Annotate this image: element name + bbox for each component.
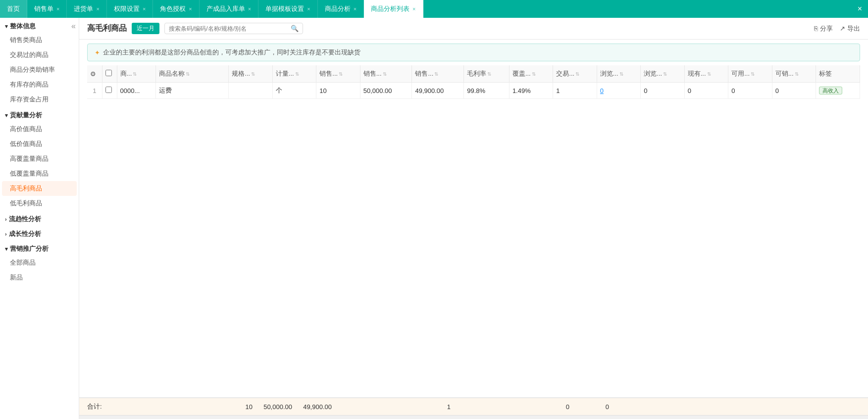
row-available: 0	[728, 83, 772, 99]
sidebar-item-category-assist[interactable]: 商品分类助销率	[0, 62, 79, 77]
row-current: 0	[684, 83, 728, 99]
close-all-button[interactable]: ×	[858, 4, 868, 13]
sort-gross-icon: ⇅	[487, 71, 491, 77]
close-product-analysis-list-icon[interactable]: ×	[412, 6, 415, 12]
time-filter-button[interactable]: 近一月	[132, 23, 159, 34]
sort-available-icon: ⇅	[751, 71, 755, 77]
th-saleable[interactable]: 可销...⇅	[772, 65, 816, 83]
table-container: ⚙ 商...⇅ 商品名称⇅ 规格...⇅ 计量...⇅ 销售...⇅ 销售...…	[79, 65, 868, 397]
sort-sales1-icon: ⇅	[339, 71, 343, 77]
close-role-auth-icon[interactable]: ×	[189, 6, 192, 12]
table-row: 1 0000... 运费 个 10 50,000.00 49,900.00 99…	[87, 83, 860, 99]
sort-sales2-icon: ⇅	[383, 71, 387, 77]
sort-code-icon: ⇅	[133, 71, 137, 77]
row-browse1: 0	[597, 83, 640, 99]
export-icon: ↗	[840, 25, 845, 32]
sidebar-item-low-margin[interactable]: 低毛利商品	[0, 196, 79, 211]
row-coverage: 1.49%	[509, 83, 553, 99]
th-tag: 标签	[816, 65, 860, 83]
th-gear[interactable]: ⚙	[87, 65, 102, 83]
share-icon: ⎘	[814, 25, 818, 32]
sidebar-item-high-margin[interactable]: 高毛利商品	[2, 181, 77, 196]
top-navigation: 首页 销售单 × 进货单 × 权限设置 × 角色授权 × 产成品入库单 × 单据…	[0, 0, 868, 18]
sidebar-item-high-coverage[interactable]: 高覆盖量商品	[0, 151, 79, 166]
th-trade[interactable]: 交易...⇅	[553, 65, 597, 83]
sidebar-item-low-value[interactable]: 低价值商品	[0, 137, 79, 151]
sidebar-item-all-goods[interactable]: 全部商品	[0, 255, 79, 270]
nav-home[interactable]: 首页	[0, 0, 27, 18]
sidebar-item-high-value[interactable]: 高价值商品	[0, 122, 79, 137]
close-permission-icon[interactable]: ×	[143, 6, 146, 12]
sidebar-item-traded-goods[interactable]: 交易过的商品	[0, 47, 79, 62]
sidebar-group-contribution[interactable]: ▾ 贡献量分析	[0, 107, 79, 122]
close-template-icon[interactable]: ×	[307, 6, 310, 12]
sort-name-icon: ⇅	[186, 71, 190, 77]
sidebar-group-trend[interactable]: › 流趋性分析	[0, 211, 79, 226]
th-sales3[interactable]: 销售...⇅	[412, 65, 464, 83]
data-table: ⚙ 商...⇅ 商品名称⇅ 规格...⇅ 计量...⇅ 销售...⇅ 销售...…	[87, 65, 860, 99]
row-name: 运费	[155, 83, 229, 99]
export-button[interactable]: ↗ 导出	[840, 24, 860, 33]
search-input[interactable]	[169, 25, 291, 32]
sort-saleable-icon: ⇅	[795, 71, 799, 77]
row-unit: 个	[272, 83, 316, 99]
content-area: 高毛利商品 近一月 🔍 ⎘ 分享 ↗ 导出 ✦ 企业的主要的利润都是这部分商品创…	[79, 18, 868, 419]
nav-sales-order[interactable]: 销售单 ×	[27, 0, 67, 18]
nav-product-inbound[interactable]: 产成品入库单 ×	[200, 0, 258, 18]
footer-col14: 0	[572, 403, 612, 411]
arrow-overall-icon: ▾	[5, 23, 8, 30]
row-spec	[229, 83, 272, 99]
row-checkbox[interactable]	[105, 87, 112, 93]
footer-col13: 0	[533, 403, 572, 411]
sidebar-collapse-button[interactable]: «	[71, 22, 76, 31]
th-available[interactable]: 可用...⇅	[728, 65, 772, 83]
close-sales-order-icon[interactable]: ×	[56, 6, 59, 12]
sidebar-item-low-coverage[interactable]: 低覆盖量商品	[0, 166, 79, 181]
select-all-checkbox[interactable]	[105, 70, 112, 76]
nav-role-auth[interactable]: 角色授权 ×	[153, 0, 199, 18]
th-spec[interactable]: 规格...⇅	[229, 65, 272, 83]
sidebar-group-growth[interactable]: › 成长性分析	[0, 226, 79, 240]
footer-label: 合计:	[87, 402, 117, 411]
nav-permission-settings[interactable]: 权限设置 ×	[107, 0, 153, 18]
sidebar-group-overall[interactable]: ▾ 整体信息	[0, 18, 79, 33]
sort-coverage-icon: ⇅	[532, 71, 536, 77]
sidebar-item-stock-capital[interactable]: 库存资金占用	[0, 92, 79, 107]
th-sales1[interactable]: 销售...⇅	[316, 65, 360, 83]
row-trade: 1	[553, 83, 597, 99]
row-code: 0000...	[117, 83, 155, 99]
th-name[interactable]: 商品名称⇅	[155, 65, 229, 83]
th-coverage[interactable]: 覆盖...⇅	[509, 65, 553, 83]
sidebar-item-in-stock[interactable]: 有库存的商品	[0, 77, 79, 92]
footer-col7: 49,900.00	[295, 403, 335, 411]
th-sales2[interactable]: 销售...⇅	[360, 65, 412, 83]
search-icon[interactable]: 🔍	[291, 25, 299, 32]
th-unit[interactable]: 计量...⇅	[272, 65, 316, 83]
close-purchase-order-icon[interactable]: ×	[96, 6, 99, 12]
row-tag: 高收入	[816, 83, 860, 99]
nav-purchase-order[interactable]: 进货单 ×	[67, 0, 106, 18]
close-product-analysis-icon[interactable]: ×	[354, 6, 357, 12]
sidebar-item-new-goods[interactable]: 新品	[0, 270, 79, 285]
sidebar-item-sales-goods[interactable]: 销售类商品	[0, 33, 79, 47]
th-checkbox	[102, 65, 117, 83]
share-button[interactable]: ⎘ 分享	[814, 24, 833, 33]
th-browse1[interactable]: 浏览...⇅	[597, 65, 640, 83]
table-header-row: ⚙ 商...⇅ 商品名称⇅ 规格...⇅ 计量...⇅ 销售...⇅ 销售...…	[87, 65, 860, 83]
footer-col5: 10	[216, 403, 255, 411]
nav-product-analysis-list[interactable]: 商品分析列表 ×	[364, 0, 423, 18]
th-current[interactable]: 现有...⇅	[684, 65, 728, 83]
page-title: 高毛利商品	[87, 23, 127, 34]
th-gross-rate[interactable]: 毛利率⇅	[464, 65, 510, 83]
th-code[interactable]: 商...⇅	[117, 65, 155, 83]
sidebar-group-marketing[interactable]: ▾ 营销推广分析	[0, 240, 79, 255]
row-num: 1	[87, 83, 102, 99]
horizontal-scrollbar[interactable]	[79, 415, 868, 419]
close-product-inbound-icon[interactable]: ×	[248, 6, 251, 12]
footer-col6: 50,000.00	[255, 403, 295, 411]
arrow-growth-icon: ›	[5, 231, 7, 237]
nav-template-settings[interactable]: 单据模板设置 ×	[258, 0, 317, 18]
nav-product-analysis[interactable]: 商品分析 ×	[318, 0, 364, 18]
th-browse2[interactable]: 浏览...⇅	[641, 65, 684, 83]
info-icon: ✦	[95, 49, 100, 56]
